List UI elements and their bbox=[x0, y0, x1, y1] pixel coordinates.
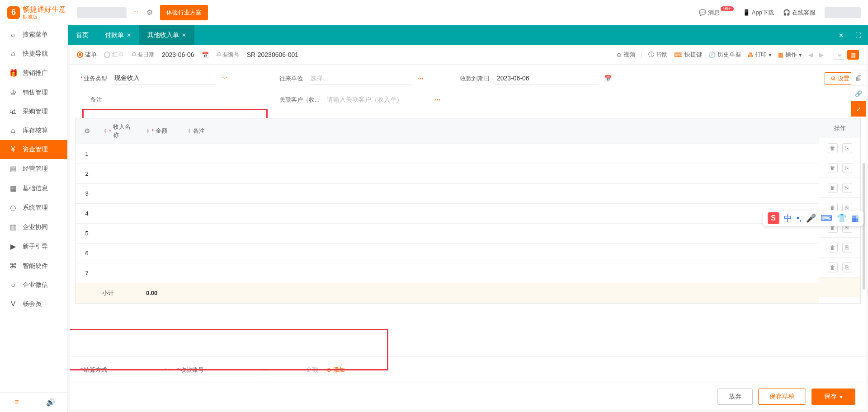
radio-blue[interactable]: 蓝单 bbox=[77, 51, 97, 59]
video-link[interactable]: ⊙视频 bbox=[617, 51, 635, 59]
chevron-down-icon[interactable]: ﹀ bbox=[222, 75, 228, 83]
fullscreen-button[interactable]: ⛶ bbox=[852, 29, 864, 42]
sidebar-item[interactable]: ¥资金管理 bbox=[0, 140, 67, 159]
table-row[interactable]: 4 bbox=[75, 204, 819, 224]
table-row[interactable]: 7 bbox=[75, 263, 819, 283]
discard-button[interactable]: 放弃 bbox=[717, 389, 753, 405]
settle-method-input[interactable] bbox=[113, 363, 159, 376]
calendar-icon[interactable]: 📅 bbox=[604, 75, 612, 82]
radio-red[interactable]: 红单 bbox=[104, 51, 124, 59]
delete-icon[interactable]: 🗑 bbox=[828, 262, 838, 272]
table-row[interactable]: 2 bbox=[75, 164, 819, 184]
ime-mic-icon[interactable]: 🎤 bbox=[806, 213, 816, 223]
close-icon[interactable]: ✕ bbox=[182, 32, 186, 38]
view-grid-button[interactable]: ▦ bbox=[847, 50, 859, 60]
settle-amount-input[interactable] bbox=[275, 363, 320, 376]
add-settlement-button[interactable]: ⊕添加 bbox=[326, 366, 345, 374]
tab[interactable]: 其他收入单✕ bbox=[139, 25, 194, 45]
chevron-down-icon[interactable]: ﹀ bbox=[134, 9, 139, 16]
sidebar-item[interactable]: ◌系统管理 bbox=[0, 198, 67, 217]
copy-icon[interactable]: ⎘ bbox=[842, 262, 852, 272]
messages-link[interactable]: 💬 消息 99+ bbox=[699, 9, 734, 17]
sidebar-item[interactable]: ⌕搜索菜单 bbox=[0, 25, 67, 44]
assoc-customer-input[interactable] bbox=[325, 93, 429, 106]
view-list-button[interactable]: ≡ bbox=[834, 50, 845, 60]
sidebar-item[interactable]: ▦基础信息 bbox=[0, 178, 67, 198]
save-draft-button[interactable]: 保存草稿 bbox=[758, 389, 806, 405]
delete-icon[interactable]: 🗑 bbox=[828, 163, 838, 173]
delete-icon[interactable]: 🗑 bbox=[828, 143, 838, 153]
ime-toolbox-icon[interactable]: ▦ bbox=[851, 213, 859, 223]
tab-close-all-button[interactable]: ✕ bbox=[835, 29, 847, 42]
online-service-link[interactable]: 🎧 在线客服 bbox=[783, 9, 816, 17]
field-partner: 往来单位 ⋯ bbox=[279, 72, 442, 85]
operate-link[interactable]: ▦操作▾ bbox=[778, 51, 802, 59]
doc-date-value[interactable]: 2023-06-06 bbox=[162, 51, 194, 58]
subtotal-amount: 0.00 bbox=[141, 285, 182, 301]
copy-icon[interactable]: ⎘ bbox=[842, 183, 852, 193]
sidebar-item[interactable]: ▤经营管理 bbox=[0, 159, 67, 178]
sidebar-item[interactable]: ⌂快捷导航 bbox=[0, 44, 67, 63]
table-row[interactable]: 3 bbox=[75, 184, 819, 204]
ime-skin-icon[interactable]: 👕 bbox=[837, 213, 847, 223]
more-icon[interactable]: ⋯ bbox=[418, 75, 425, 82]
partner-input[interactable] bbox=[308, 72, 412, 85]
sidebar-item[interactable]: ▶新手引导 bbox=[0, 237, 67, 256]
shortcut-link[interactable]: ⌨快捷键 bbox=[674, 51, 702, 59]
sidebar-collapse-button[interactable]: ≡ bbox=[0, 393, 34, 412]
sidebar-item[interactable]: 🎁营销推广 bbox=[0, 63, 67, 83]
copy-icon[interactable]: ⎘ bbox=[842, 243, 852, 253]
sidebar-item[interactable]: ⌘智能硬件 bbox=[0, 256, 67, 276]
tab[interactable]: 首页 bbox=[68, 25, 97, 45]
rail-notes-button[interactable]: 🗐 bbox=[851, 70, 866, 86]
sidebar-item[interactable]: ○企业微信 bbox=[0, 276, 67, 295]
next-button[interactable]: ▶ bbox=[819, 52, 824, 58]
col-settings[interactable]: ⚙ bbox=[75, 122, 98, 140]
scrollbar[interactable] bbox=[863, 163, 865, 290]
ime-punct-icon[interactable]: •, bbox=[797, 214, 802, 223]
print-link[interactable]: 🖶打印▾ bbox=[747, 51, 772, 59]
sort-icon: ▲▼ bbox=[104, 128, 107, 134]
trial-button[interactable]: 体验行业方案 bbox=[160, 5, 208, 20]
ime-keyboard-icon[interactable]: ⌨ bbox=[821, 213, 832, 223]
ime-lang[interactable]: 中 bbox=[784, 213, 792, 224]
save-button[interactable]: 保存▾ bbox=[811, 389, 855, 405]
user-chip[interactable] bbox=[825, 7, 861, 18]
prev-button[interactable]: ◀ bbox=[808, 52, 813, 58]
tab[interactable]: 付款单✕ bbox=[97, 25, 139, 45]
help-link[interactable]: ⓘ帮助 bbox=[648, 51, 668, 59]
account-input[interactable] bbox=[210, 363, 255, 376]
col-remark[interactable]: ▲▼备注 bbox=[182, 122, 819, 140]
col-income-name[interactable]: ▲▼*收入名称 bbox=[98, 118, 141, 144]
app-download-link[interactable]: 📱 App下载 bbox=[743, 9, 774, 17]
col-ops: 操作 bbox=[819, 118, 860, 138]
biz-type-input[interactable] bbox=[113, 72, 217, 85]
sidebar-sound-button[interactable]: 🔊 bbox=[34, 393, 68, 412]
table-row[interactable]: 1 bbox=[75, 144, 819, 164]
more-icon[interactable]: ⋯ bbox=[434, 96, 441, 103]
copy-icon[interactable]: ⎘ bbox=[842, 143, 852, 153]
sidebar-item[interactable]: V畅会员 bbox=[0, 295, 67, 314]
delete-icon[interactable]: 🗑 bbox=[828, 243, 838, 253]
gear-icon[interactable]: ⚙ bbox=[146, 8, 153, 17]
table-row[interactable]: 6 bbox=[75, 243, 819, 263]
col-amount[interactable]: ▲▼*金额 bbox=[141, 122, 182, 140]
remark-input[interactable] bbox=[108, 93, 225, 106]
sidebar-item[interactable]: ▥企业协同 bbox=[0, 217, 67, 237]
rail-attachment-button[interactable]: 🔗 bbox=[851, 86, 866, 101]
calendar-icon[interactable]: 📅 bbox=[202, 52, 209, 58]
headset-icon: 🎧 bbox=[783, 9, 790, 16]
sidebar-item[interactable]: ⌂库存核算 bbox=[0, 121, 67, 140]
more-icon[interactable]: ⋯ bbox=[262, 366, 269, 373]
due-date-input[interactable] bbox=[495, 72, 599, 85]
sidebar-item[interactable]: 🛍采购管理 bbox=[0, 102, 67, 121]
sidebar-item[interactable]: ♔销售管理 bbox=[0, 83, 67, 102]
chevron-down-icon[interactable]: ﹀ bbox=[165, 366, 171, 374]
rail-expand-button[interactable]: ⤢ bbox=[851, 101, 866, 117]
history-link[interactable]: 🕘历史单据 bbox=[708, 51, 741, 59]
table-row[interactable]: 5 bbox=[75, 224, 819, 243]
close-icon[interactable]: ✕ bbox=[127, 32, 131, 38]
delete-icon[interactable]: 🗑 bbox=[828, 183, 838, 193]
org-chip[interactable] bbox=[77, 7, 127, 18]
copy-icon[interactable]: ⎘ bbox=[842, 163, 852, 173]
